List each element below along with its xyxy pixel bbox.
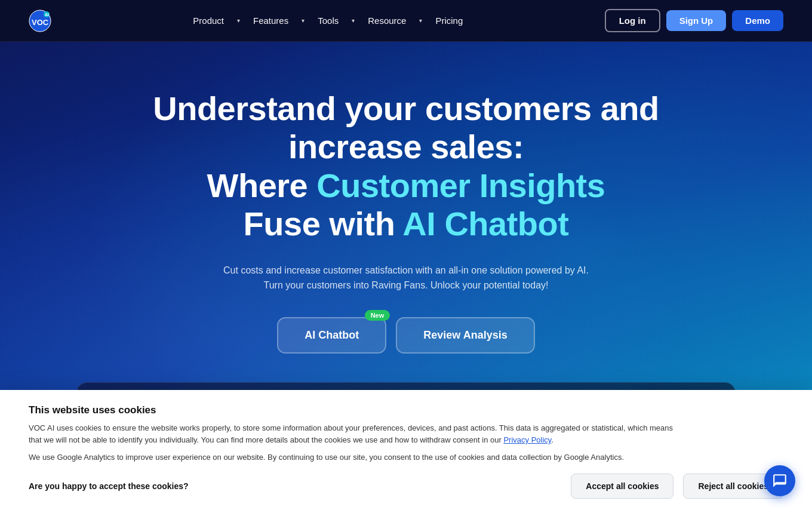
- product-chevron-icon: ▾: [237, 17, 240, 24]
- cookie-actions-row: Are you happy to accept these cookies? A…: [29, 474, 783, 499]
- review-analysis-button[interactable]: Review Analysis: [396, 317, 534, 354]
- svg-text:VOC: VOC: [32, 18, 49, 27]
- privacy-policy-link[interactable]: Privacy Policy: [503, 435, 551, 444]
- features-chevron-icon: ▾: [302, 17, 304, 24]
- accept-cookies-button[interactable]: Accept all cookies: [571, 474, 673, 499]
- nav-features[interactable]: Features: [245, 11, 297, 30]
- ai-chatbot-button-label: AI Chatbot: [304, 329, 359, 341]
- nav-actions: Log in Sign Up Demo: [605, 9, 783, 32]
- nav-resource[interactable]: Resource: [359, 11, 414, 30]
- chat-icon: [772, 473, 788, 489]
- demo-button[interactable]: Demo: [732, 10, 783, 31]
- hero-subtitle-line1: Cut costs and increase customer satisfac…: [223, 265, 589, 275]
- nav-links: Product▾ Features▾ Tools▾ Resource▾ Pric…: [184, 11, 471, 30]
- signup-button[interactable]: Sign Up: [666, 10, 727, 31]
- hero-title-line1: Understand your customers and increase s…: [153, 90, 659, 165]
- hero-subtitle: Cut costs and increase customer satisfac…: [191, 263, 621, 293]
- cookie-body-end: .: [551, 435, 553, 444]
- cookie-body-text: VOC AI uses cookies to ensure the websit…: [29, 423, 673, 445]
- nav-product[interactable]: Product: [184, 11, 232, 30]
- voc-ai-logo-icon: VOC AI: [29, 10, 51, 32]
- chat-widget-button[interactable]: [764, 465, 795, 496]
- navigation: VOC AI Product▾ Features▾ Tools▾ Resourc…: [0, 0, 812, 42]
- hero-title-line3-plain: Fuse with: [244, 205, 403, 242]
- cookie-title: This website uses cookies: [29, 404, 783, 416]
- new-badge: New: [365, 310, 390, 321]
- hero-subtitle-line2: Turn your customers into Raving Fans. Un…: [264, 280, 549, 290]
- cookie-body: VOC AI uses cookies to ensure the websit…: [29, 422, 685, 447]
- tools-chevron-icon: ▾: [352, 17, 355, 24]
- login-button[interactable]: Log in: [605, 9, 660, 32]
- hero-title-line2-plain: Where: [207, 167, 317, 204]
- nav-pricing[interactable]: Pricing: [427, 11, 471, 30]
- hero-title: Understand your customers and increase s…: [137, 90, 675, 244]
- ai-chatbot-button[interactable]: New AI Chatbot: [277, 317, 386, 354]
- cookie-question: Are you happy to accept these cookies?: [29, 481, 561, 491]
- nav-tools[interactable]: Tools: [309, 11, 347, 30]
- svg-text:AI: AI: [45, 13, 49, 17]
- cookie-analytics: We use Google Analytics to improve user …: [29, 451, 685, 464]
- cookie-banner: This website uses cookies VOC AI uses co…: [0, 390, 812, 513]
- hero-title-customer-insights: Customer Insights: [316, 167, 605, 204]
- logo[interactable]: VOC AI: [29, 10, 51, 32]
- hero-title-ai-chatbot: AI Chatbot: [402, 205, 568, 242]
- resource-chevron-icon: ▾: [419, 17, 422, 24]
- hero-buttons: New AI Chatbot Review Analysis: [29, 317, 783, 354]
